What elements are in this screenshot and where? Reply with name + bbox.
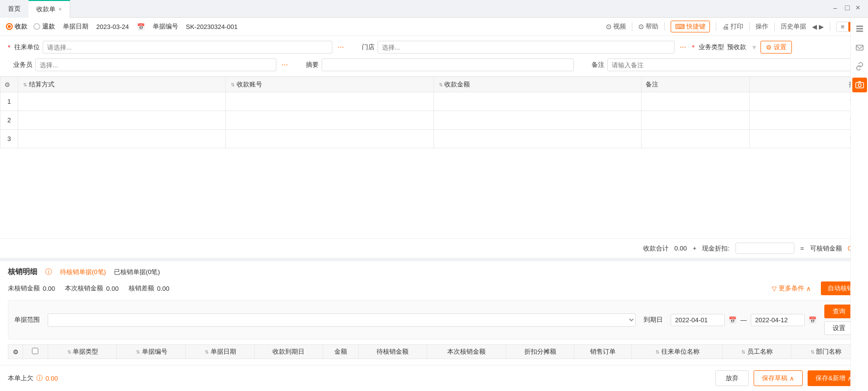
biz-type-label: 业务类型 bbox=[699, 43, 724, 52]
calendar-icon[interactable]: 📅 bbox=[137, 23, 145, 30]
list-view-btn[interactable]: ≡ bbox=[837, 22, 848, 31]
form-section: * 往来单位 ··· 门店 ··· * 业务类型 预收款 ▼ ⚙ bbox=[0, 36, 868, 77]
bottom-col-date-label: 单据日期 bbox=[211, 348, 236, 355]
receipt-refund-group: 收款 退款 bbox=[6, 22, 55, 31]
row3-settlement[interactable] bbox=[18, 130, 226, 148]
prev-arrow[interactable]: ◀ bbox=[812, 23, 817, 30]
form-row-2: 业务员 ··· 摘要 备注 bbox=[8, 58, 860, 71]
sidebar-table-icon[interactable] bbox=[852, 22, 867, 36]
biz-type-field: * 业务类型 预收款 ▼ ⚙ 设置 bbox=[692, 41, 860, 54]
date-from-cal-icon[interactable]: 📅 bbox=[729, 316, 736, 324]
discard-button[interactable]: 放弃 bbox=[715, 370, 749, 386]
row3-amount[interactable] bbox=[434, 130, 641, 148]
date-to-cal-icon[interactable]: 📅 bbox=[809, 316, 816, 324]
bottom-col-number: ⇅ 单据编号 bbox=[117, 345, 186, 359]
bottom-col-date: ⇅ 单据日期 bbox=[186, 345, 254, 359]
bottom-value: 0.00 bbox=[46, 375, 58, 382]
refund-radio[interactable]: 退款 bbox=[33, 22, 55, 31]
discount-input[interactable] bbox=[735, 243, 794, 254]
print-icon: 🖨 bbox=[722, 23, 729, 30]
row2-index: 2 bbox=[0, 111, 18, 130]
query-button[interactable]: 查询 bbox=[824, 305, 854, 318]
shortcut-icon: ⌨ bbox=[675, 23, 685, 30]
help-icon: ⊙ bbox=[638, 23, 644, 30]
sidebar-link-icon[interactable] bbox=[852, 59, 867, 74]
row2-settlement[interactable] bbox=[18, 111, 226, 130]
remarks-input[interactable] bbox=[607, 58, 860, 71]
verif-info-icon[interactable]: ⓘ bbox=[45, 268, 52, 277]
row1-account[interactable] bbox=[226, 92, 434, 111]
row1-amount[interactable] bbox=[434, 92, 641, 111]
bottom-col-staff: ⇅ 员工名称 bbox=[722, 345, 791, 359]
print-btn[interactable]: 🖨 打印 bbox=[722, 22, 743, 31]
win-controls: － □ × bbox=[831, 3, 868, 14]
filter-settings-button[interactable]: 设置 bbox=[824, 321, 854, 335]
summary-input[interactable] bbox=[322, 58, 574, 71]
bottom-col-dept: ⇅ 部门名称 bbox=[791, 345, 860, 359]
gear-bottom-icon[interactable]: ⚙ bbox=[13, 348, 19, 356]
setting-button[interactable]: ⚙ 设置 bbox=[760, 41, 792, 54]
row2-account[interactable] bbox=[226, 111, 434, 130]
row1-remarks[interactable] bbox=[641, 92, 749, 111]
col-amount-label: 收款金额 bbox=[444, 81, 470, 88]
minimize-btn[interactable]: － bbox=[831, 3, 839, 14]
biz-star: * bbox=[692, 44, 695, 51]
video-btn[interactable]: ⊙ 视频 bbox=[606, 22, 626, 31]
gear-col-header[interactable]: ⚙ bbox=[0, 77, 18, 92]
bottom-col-type: ⇅ 单据类型 bbox=[48, 345, 116, 359]
current-value: 0.00 bbox=[106, 285, 118, 292]
bottom-col-due: 收款到期日 bbox=[254, 345, 323, 359]
from-unit-input[interactable] bbox=[43, 41, 332, 54]
history-btn[interactable]: 历史单据 bbox=[781, 22, 806, 31]
row2-amount[interactable] bbox=[434, 111, 641, 130]
table-gear-icon[interactable]: ⚙ bbox=[4, 81, 10, 88]
done-tab[interactable]: 已核销单据(0笔) bbox=[114, 268, 160, 277]
receipt-radio[interactable]: 收款 bbox=[6, 22, 27, 31]
operations-btn[interactable]: 操作 bbox=[756, 22, 768, 31]
next-arrow[interactable]: ▶ bbox=[819, 23, 824, 30]
row3-account[interactable] bbox=[226, 130, 434, 148]
bottom-col-unit: ⇅ 往来单位名称 bbox=[632, 345, 722, 359]
tab-receipt[interactable]: 收款单 × bbox=[28, 0, 70, 18]
sidebar-mail-icon[interactable] bbox=[852, 40, 867, 55]
bottom-col-sales-label: 销售订单 bbox=[590, 348, 616, 355]
store-more-icon[interactable]: ··· bbox=[679, 43, 686, 52]
range-separator: — bbox=[740, 316, 747, 324]
date-from-input[interactable] bbox=[671, 314, 725, 326]
bottom-col-pending-label: 待核销金额 bbox=[377, 348, 408, 355]
tab-home[interactable]: 首页 bbox=[0, 0, 28, 18]
summary-field: 摘要 bbox=[294, 58, 574, 71]
unverified-value: 0.00 bbox=[43, 285, 55, 292]
bottom-col-staff-label: 员工名称 bbox=[747, 348, 773, 355]
staff-input[interactable] bbox=[35, 58, 276, 71]
biz-type-wrap: 预收款 ▼ bbox=[727, 43, 758, 52]
row3-remarks[interactable] bbox=[641, 130, 749, 148]
row3-index: 3 bbox=[0, 130, 18, 148]
pending-tab[interactable]: 待核销单据(0笔) bbox=[60, 268, 106, 277]
biz-type-arrow[interactable]: ▼ bbox=[751, 44, 758, 51]
row1-settlement[interactable] bbox=[18, 92, 226, 111]
date-to-input[interactable] bbox=[751, 314, 805, 326]
bottom-bar: 本单上欠 ⓘ 0.00 放弃 保存草稿 ∧ 保存&新增 ∧ bbox=[0, 365, 868, 391]
help-btn[interactable]: ⊙ 帮助 bbox=[638, 22, 658, 31]
range-select[interactable] bbox=[48, 313, 636, 327]
save-draft-label: 保存草稿 bbox=[762, 374, 787, 383]
save-draft-button[interactable]: 保存草稿 ∧ bbox=[754, 370, 803, 386]
select-all-checkbox[interactable] bbox=[32, 348, 38, 354]
more-conditions-btn[interactable]: ▽ 更多条件 ∧ bbox=[772, 284, 811, 293]
maximize-btn[interactable]: □ bbox=[845, 3, 850, 14]
print-label: 打印 bbox=[731, 22, 743, 31]
from-unit-more-icon[interactable]: ··· bbox=[337, 43, 344, 52]
store-input[interactable] bbox=[378, 41, 675, 54]
shortcut-btn[interactable]: ⌨ 快捷键 bbox=[671, 21, 710, 32]
more-cond-chevron: ∧ bbox=[806, 285, 811, 292]
bottom-col-unit-label: 往来单位名称 bbox=[661, 348, 700, 355]
from-unit-field: * 往来单位 ··· bbox=[8, 41, 344, 54]
sidebar-camera-icon[interactable] bbox=[852, 78, 867, 92]
close-btn[interactable]: × bbox=[856, 3, 860, 14]
row2-remarks[interactable] bbox=[641, 111, 749, 130]
date-range: 📅 — 📅 bbox=[671, 314, 816, 326]
staff-more-icon[interactable]: ··· bbox=[281, 60, 288, 69]
net-label: 可核销金额 bbox=[810, 244, 842, 253]
tab-close-icon[interactable]: × bbox=[58, 6, 62, 13]
